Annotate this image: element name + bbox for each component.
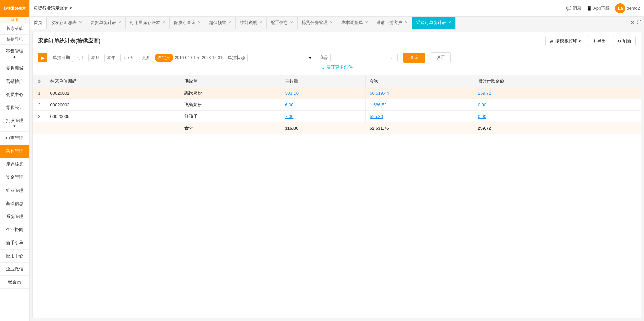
avatar: Ea bbox=[615, 3, 625, 13]
row-2-paid-link[interactable]: 0.00 bbox=[478, 102, 486, 107]
sidebar-item-member2[interactable]: 畅会员 bbox=[0, 276, 29, 289]
footer-extra bbox=[608, 122, 641, 134]
footer-paid: 259.72 bbox=[474, 122, 608, 134]
row-1-amount-link[interactable]: 60,519.44 bbox=[370, 91, 389, 96]
tab-cost-adj-close[interactable]: ✕ bbox=[365, 20, 368, 25]
query-button[interactable]: 查询 bbox=[403, 53, 425, 63]
goods-input[interactable] bbox=[333, 55, 390, 60]
user-avatar-area[interactable]: Ea demo2 bbox=[615, 3, 640, 13]
sidebar-item-collab[interactable]: 企业协同 bbox=[0, 223, 29, 236]
tab-pick-task[interactable]: 拣货任务管理 ✕ bbox=[298, 17, 337, 29]
goods-input-wrapper: ··· bbox=[330, 54, 398, 62]
sidebar-item-finance[interactable]: 资金管理 bbox=[0, 171, 29, 184]
sidebar-item-guide[interactable]: 新手引导 bbox=[0, 236, 29, 250]
row-2-amount-link[interactable]: 1,586.52 bbox=[370, 102, 387, 107]
app-download-link[interactable]: 📱 App下载 bbox=[587, 5, 610, 11]
row-1-paid-link[interactable]: 259.72 bbox=[478, 91, 491, 96]
date-btn-7days[interactable]: 近7天 bbox=[120, 54, 137, 62]
footer-qty: 316.00 bbox=[281, 122, 366, 134]
tab-cost-adj[interactable]: 成本调整单 ✕ bbox=[337, 17, 372, 29]
tab-func-desc-label: 功能说明 bbox=[240, 20, 257, 26]
tab-purchase-stat[interactable]: 要货单统计表 ✕ bbox=[86, 17, 126, 29]
expand-label: 展开更多条件 bbox=[326, 64, 353, 70]
message-link[interactable]: 💬 消息 bbox=[566, 5, 581, 11]
sidebar-item-appstore[interactable]: 应用中心 bbox=[0, 250, 29, 263]
gear-icon[interactable]: ⚙ bbox=[37, 79, 41, 84]
restore-icon[interactable]: ⛶ bbox=[637, 20, 641, 25]
tab-overstock[interactable]: 超储预警 ✕ bbox=[205, 17, 236, 29]
tab-purchase-stat-close[interactable]: ✕ bbox=[118, 20, 121, 25]
sidebar-item-ecommerce[interactable]: 电商管理 bbox=[0, 132, 29, 145]
goods-more-icon[interactable]: ··· bbox=[391, 55, 395, 60]
tab-config-info[interactable]: 配置信息 ✕ bbox=[267, 17, 298, 29]
sidebar: 畅捷通好生意 标版 搜索菜单 快捷导航 零售管理 ▲ 零售商城 营销推广 会员中… bbox=[0, 0, 30, 321]
tab-config-info-close[interactable]: ✕ bbox=[290, 20, 293, 25]
export-button[interactable]: ⬇ 导出 bbox=[588, 36, 610, 46]
tab-purchase-order-stat[interactable]: 采购订单统计表 ✕ bbox=[412, 17, 456, 29]
sidebar-item-basic[interactable]: 基础信息 bbox=[0, 197, 29, 210]
batch-arrow-icon: ▼ bbox=[13, 124, 16, 128]
account-selector[interactable]: 母婴行业演示账套 ▾ bbox=[34, 5, 72, 11]
sidebar-item-retail[interactable]: 零售管理 ▲ bbox=[0, 45, 29, 62]
filter-date-item: 单据日期 上月 本月 本年 近7天 更多 自定义 2016-01-01 至 20… bbox=[53, 54, 222, 62]
account-name: 母婴行业演示账套 bbox=[34, 5, 68, 11]
status-dropdown-icon: ▾ bbox=[309, 55, 311, 60]
row-3-paid-link[interactable]: 0.00 bbox=[478, 114, 486, 119]
status-select[interactable]: ▾ bbox=[247, 54, 314, 62]
row-3-qty-link[interactable]: 7.00 bbox=[285, 114, 293, 119]
settings-button[interactable]: 设置 bbox=[431, 52, 451, 63]
col-amount: 金额 bbox=[366, 75, 474, 87]
tab-purchase-order-stat-close[interactable]: ✕ bbox=[448, 20, 451, 25]
filter-toggle-button[interactable]: ▶ bbox=[38, 53, 47, 62]
date-btn-this-year[interactable]: 本年 bbox=[104, 54, 118, 62]
tab-func-desc-close[interactable]: ✕ bbox=[259, 20, 262, 25]
refresh-label: 刷新 bbox=[623, 38, 631, 44]
template-print-button[interactable]: 🖨 按模板打印 ▾ bbox=[545, 36, 585, 46]
tab-invite-down[interactable]: 邀请下游客户 ✕ bbox=[372, 17, 412, 29]
expand-more-button[interactable]: ⌄ 展开更多条件 bbox=[38, 63, 636, 72]
tab-validity-close[interactable]: ✕ bbox=[198, 20, 201, 25]
tab-pick-task-close[interactable]: ✕ bbox=[330, 20, 333, 25]
sidebar-item-retail-shop[interactable]: 零售商城 bbox=[0, 62, 29, 75]
row-3-amount: 525.80 bbox=[366, 111, 474, 122]
filter-status-item: 单据状态 ▾ bbox=[228, 54, 314, 62]
row-1-supplier: 惠氏奶粉 bbox=[180, 87, 281, 99]
tab-func-desc[interactable]: 功能说明 ✕ bbox=[236, 17, 267, 29]
tab-home[interactable]: 首页 bbox=[30, 17, 47, 29]
sidebar-item-batch[interactable]: 批发管理 ▼ bbox=[0, 114, 29, 132]
sidebar-item-purchase[interactable]: 采购管理 bbox=[0, 145, 29, 158]
sidebar-item-retail-stat[interactable]: 零售统计 bbox=[0, 101, 29, 114]
row-3-amount-link[interactable]: 525.80 bbox=[370, 114, 383, 119]
row-3-code: 00020005 bbox=[46, 111, 180, 122]
sidebar-nav-link[interactable]: 快捷导航 bbox=[0, 35, 29, 45]
col-qty: 主数量 bbox=[281, 75, 366, 87]
close-all-icon[interactable]: ✕ bbox=[631, 20, 634, 25]
tab-invite-down-close[interactable]: ✕ bbox=[405, 20, 408, 25]
sidebar-search-link[interactable]: 搜索菜单 bbox=[0, 23, 29, 35]
page-actions: 🖨 按模板打印 ▾ ⬇ 导出 ↺ 刷新 bbox=[545, 36, 636, 46]
sidebar-item-wechat[interactable]: 企业微信 bbox=[0, 263, 29, 276]
date-btn-this-month[interactable]: 本月 bbox=[88, 54, 102, 62]
row-2-qty-link[interactable]: 6.00 bbox=[285, 102, 293, 107]
date-btn-custom[interactable]: 自定义 bbox=[155, 54, 173, 62]
topbar-right: 💬 消息 📱 App下载 Ea demo2 bbox=[566, 3, 640, 13]
sidebar-item-member[interactable]: 会员中心 bbox=[0, 88, 29, 101]
tab-receive-send[interactable]: 收发存汇总表 ✕ bbox=[47, 17, 86, 29]
footer-empty-2 bbox=[46, 122, 180, 134]
sidebar-item-operation[interactable]: 经营管理 bbox=[0, 184, 29, 197]
col-gear: ⚙ bbox=[33, 75, 46, 87]
tab-overstock-close[interactable]: ✕ bbox=[228, 20, 231, 25]
tab-available-inv-close[interactable]: ✕ bbox=[162, 20, 165, 25]
sidebar-item-marketing[interactable]: 营销推广 bbox=[0, 75, 29, 88]
date-btn-last-month[interactable]: 上月 bbox=[72, 54, 86, 62]
tab-receive-send-close[interactable]: ✕ bbox=[79, 20, 82, 25]
sidebar-item-system[interactable]: 系统管理 bbox=[0, 210, 29, 223]
tab-validity[interactable]: 保质期查询 ✕ bbox=[170, 17, 205, 29]
refresh-button[interactable]: ↺ 刷新 bbox=[613, 36, 636, 46]
sidebar-item-inventory[interactable]: 库存核算 bbox=[0, 158, 29, 171]
tab-invite-down-label: 邀请下游客户 bbox=[376, 20, 402, 26]
date-btn-more[interactable]: 更多 bbox=[139, 54, 153, 62]
row-1-qty-link[interactable]: 303.00 bbox=[285, 91, 299, 96]
tab-available-inv[interactable]: 可用量库存账本 ✕ bbox=[126, 17, 170, 29]
row-2-code: 00020002 bbox=[46, 99, 180, 111]
